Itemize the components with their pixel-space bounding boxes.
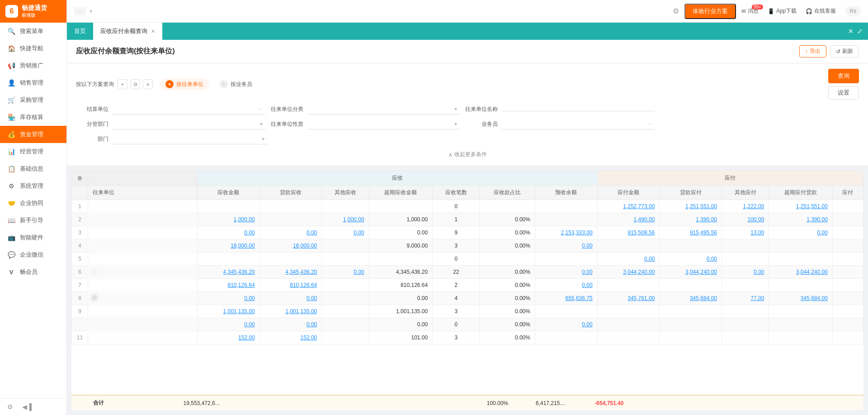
query-button[interactable]: 查询 bbox=[828, 69, 859, 83]
tab-ar-ap[interactable]: 应收应付余额查询 ✕ bbox=[93, 23, 162, 40]
sidebar-item-purchase[interactable]: 🛒 采购管理 bbox=[0, 91, 66, 109]
cell-loan-ar[interactable]: 4,345,436.20 bbox=[259, 266, 322, 279]
sidebar-item-vip[interactable]: V 畅会员 bbox=[0, 263, 66, 281]
cell-overdue-ap[interactable]: 0.00 bbox=[769, 226, 833, 239]
data-table-wrap[interactable]: ⚙ 应收 应付 往来单位 应收金额 贷款应收 其他应收 超期应 bbox=[71, 171, 863, 395]
refresh-button[interactable]: ↺ 刷新 bbox=[830, 45, 859, 57]
cell-ap-amount[interactable]: 345,761.00 bbox=[597, 292, 660, 305]
th-settings[interactable]: ⚙ bbox=[72, 171, 88, 186]
cell-loan-ar[interactable]: 0.00 bbox=[259, 226, 322, 239]
cell-other-ap[interactable]: 13.00 bbox=[722, 226, 769, 239]
salesman-input[interactable]: ··· bbox=[501, 119, 655, 129]
filter-settings-icon[interactable]: ⊙ bbox=[130, 79, 140, 89]
cell-loan-ap[interactable]: 1,390.00 bbox=[660, 213, 722, 226]
cell-prepaid[interactable]: 0.00 bbox=[535, 266, 597, 279]
dept-mgr-input[interactable]: ▾ bbox=[112, 119, 265, 129]
user-avatar[interactable]: Rit bbox=[845, 6, 861, 16]
cell-overdue-ap[interactable]: 1,390.00 bbox=[769, 213, 833, 226]
unit-name-input[interactable] bbox=[501, 107, 655, 111]
cell-ar-amount[interactable]: 152.00 bbox=[197, 331, 259, 344]
cell-ap-amount[interactable]: 1,490.00 bbox=[597, 213, 660, 226]
tabbar-expand-icon[interactable]: ⤢ bbox=[857, 28, 863, 35]
export-button[interactable]: ↑ 导出 bbox=[799, 45, 826, 57]
cell-ar-amount[interactable]: 1,000.00 bbox=[197, 213, 259, 226]
sidebar-item-operations[interactable]: 📊 经营管理 bbox=[0, 143, 66, 160]
cell-loan-ar[interactable]: 18,000.00 bbox=[259, 239, 322, 253]
sidebar-item-enterprise[interactable]: 🤝 企业协同 bbox=[0, 195, 66, 212]
sidebar-item-system[interactable]: ⚙ 系统管理 bbox=[0, 177, 66, 195]
cell-ar-count: 9 bbox=[433, 226, 480, 239]
tab-home[interactable]: 首页 bbox=[67, 23, 93, 40]
filter-option-by-staff[interactable]: ○ 按业务员 bbox=[214, 78, 258, 90]
cell-other-ar[interactable]: 0.00 bbox=[322, 266, 369, 279]
sidebar-item-marketing[interactable]: 📢 营销推广 bbox=[0, 57, 66, 74]
cell-loan-ap[interactable]: 915,495.56 bbox=[660, 226, 722, 239]
cell-loan-ap[interactable]: 345,684.00 bbox=[660, 292, 722, 305]
cell-ar-amount[interactable]: 0.00 bbox=[197, 292, 259, 305]
cell-other-ap[interactable]: 0.00 bbox=[722, 266, 769, 279]
sidebar-item-finance[interactable]: 💰 资金管理 bbox=[0, 126, 66, 143]
tab-close-icon[interactable]: ✕ bbox=[151, 29, 155, 34]
sidebar-item-base-info[interactable]: 📋 基础信息 bbox=[0, 160, 66, 177]
promo-button[interactable]: 体验行业方案 bbox=[684, 4, 736, 19]
filter-collapse-button[interactable]: ∧ 收起更多条件 bbox=[76, 149, 859, 160]
cell-prepaid[interactable]: 0.00 bbox=[535, 318, 597, 331]
cell-other-ap[interactable]: 77.00 bbox=[722, 292, 769, 305]
cell-overdue-ap[interactable]: 3,044,240.00 bbox=[769, 266, 833, 279]
filter-add-icon[interactable]: + bbox=[118, 79, 127, 89]
cell-loan-ar[interactable]: 0.00 bbox=[259, 292, 322, 305]
filter-collapse-icon[interactable]: « bbox=[143, 79, 153, 89]
table-area: ⚙ 应收 应付 往来单位 应收金额 贷款应收 其他应收 超期应 bbox=[71, 171, 863, 410]
cell-loan-ar[interactable]: 0.00 bbox=[259, 318, 322, 331]
cell-ap-amount[interactable]: 1,252,773.00 bbox=[597, 200, 660, 213]
cell-ar-amount[interactable]: 18,000.00 bbox=[197, 239, 259, 253]
messages-button[interactable]: ✉ 消息 99+ bbox=[741, 7, 759, 15]
settings-button[interactable]: 设置 bbox=[828, 86, 859, 100]
cell-overdue-ap[interactable]: 1,251,551.00 bbox=[769, 200, 833, 213]
cell-loan-ap[interactable]: 3,044,240.00 bbox=[660, 266, 722, 279]
cell-ar-amount[interactable]: 0.00 bbox=[197, 318, 259, 331]
settlement-unit-input[interactable]: ··· bbox=[112, 104, 265, 114]
cell-other-ar[interactable]: 1,000.00 bbox=[322, 213, 369, 226]
settings-gear-icon[interactable]: ⚙ bbox=[673, 7, 679, 15]
cell-loan-ar[interactable]: 152.00 bbox=[259, 331, 322, 344]
sidebar-item-beginner[interactable]: 📖 新手引导 bbox=[0, 212, 66, 229]
cell-ar-amount[interactable]: 4,345,436.20 bbox=[197, 266, 259, 279]
cell-ar-amount[interactable]: 0.00 bbox=[197, 226, 259, 239]
sidebar-item-sales[interactable]: 👤 销售管理 bbox=[0, 74, 66, 91]
app-download-button[interactable]: 📱 App下载 bbox=[768, 7, 797, 15]
sidebar-collapse-icon[interactable]: ◀▐ bbox=[22, 403, 32, 410]
cell-other-ap[interactable]: 1,222.00 bbox=[722, 200, 769, 213]
sidebar-item-inventory[interactable]: 🏪 库存核算 bbox=[0, 109, 66, 126]
cell-ap-amount[interactable]: 0.00 bbox=[597, 253, 660, 266]
cell-index: 11 bbox=[72, 331, 88, 344]
cell-prepaid[interactable]: 0.00 bbox=[535, 279, 597, 292]
cell-prepaid[interactable]: 655,636.75 bbox=[535, 292, 597, 305]
sidebar-settings-icon[interactable]: ⚙ bbox=[7, 403, 13, 410]
cell-ar-amount[interactable]: 810,126.64 bbox=[197, 279, 259, 292]
cell-prepaid[interactable]: 0.00 bbox=[535, 239, 597, 253]
dept-input[interactable]: ▾ bbox=[112, 134, 267, 144]
cell-ar-amount[interactable]: 1,001,135.00 bbox=[197, 305, 259, 318]
cell-loan-ar[interactable]: 1,001,135.00 bbox=[259, 305, 322, 318]
cell-other-ar bbox=[322, 292, 369, 305]
sidebar-item-wechat[interactable]: 💬 企业微信 bbox=[0, 246, 66, 263]
cell-loan-ap[interactable]: 1,251,551.00 bbox=[660, 200, 722, 213]
cell-loan-ar[interactable]: 810,126.64 bbox=[259, 279, 322, 292]
sidebar-item-quick-nav[interactable]: 🏠 快捷导航 bbox=[0, 40, 66, 57]
online-service-button[interactable]: 🎧 在线客服 bbox=[806, 7, 836, 15]
cell-prepaid[interactable]: 2,153,333.00 bbox=[535, 226, 597, 239]
sidebar-item-smart-hw[interactable]: 📺 智能硬件 bbox=[0, 229, 66, 246]
cell-other-ar[interactable]: 0.00 bbox=[322, 226, 369, 239]
cell-other-ap[interactable]: 100.00 bbox=[722, 213, 769, 226]
cell-overdue-ap[interactable]: 345,684.00 bbox=[769, 292, 833, 305]
sidebar-item-search-menu[interactable]: 🔍 搜索菜单 bbox=[0, 23, 66, 40]
tabbar-close-icon[interactable]: ✕ bbox=[848, 28, 854, 35]
cell-prepaid bbox=[535, 213, 597, 226]
unit-nature-input[interactable]: ▾ bbox=[307, 119, 460, 129]
cell-ap-amount[interactable]: 3,044,240.00 bbox=[597, 266, 660, 279]
cell-loan-ap[interactable]: 0.00 bbox=[660, 253, 722, 266]
cell-ap-amount[interactable]: 915,508.56 bbox=[597, 226, 660, 239]
unit-category-input[interactable]: ▾ bbox=[307, 104, 460, 114]
filter-option-by-unit[interactable]: ● 按往来单位 bbox=[160, 78, 209, 90]
